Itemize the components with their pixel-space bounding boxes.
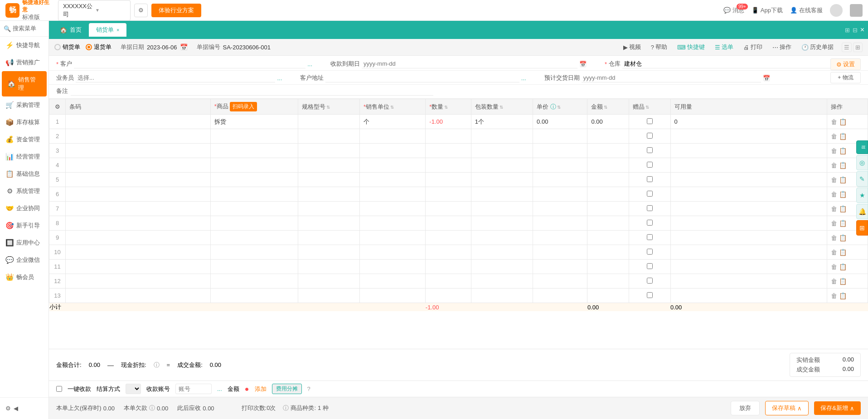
row-product[interactable] bbox=[210, 173, 298, 187]
row-gift[interactable] bbox=[629, 245, 670, 260]
company-selector[interactable]: XXXXXX公司 ▼ bbox=[58, 0, 131, 21]
calendar-icon[interactable]: 📅 bbox=[180, 43, 188, 51]
row-qty[interactable] bbox=[426, 129, 471, 144]
copy-row-icon[interactable]: 📋 bbox=[839, 292, 847, 299]
view-list-icon[interactable]: ☰ bbox=[842, 43, 852, 52]
tab-close-icon[interactable]: × bbox=[116, 27, 119, 33]
row-barcode[interactable] bbox=[66, 274, 211, 289]
total-owe-info-icon[interactable]: ⓘ bbox=[149, 404, 155, 412]
right-float-btn-grid[interactable]: ⊞ bbox=[856, 220, 868, 236]
delete-row-icon[interactable]: 🗑 bbox=[831, 263, 837, 270]
copy-row-icon[interactable]: 📋 bbox=[839, 191, 847, 198]
sidebar-item-business[interactable]: 📊 经营管理 bbox=[0, 148, 48, 165]
right-float-btn-circle[interactable]: ◎ bbox=[856, 155, 868, 170]
row-product[interactable] bbox=[210, 158, 298, 173]
payment-help-icon[interactable]: ? bbox=[307, 385, 310, 392]
row-spec[interactable] bbox=[298, 202, 359, 216]
row-spec[interactable] bbox=[298, 231, 359, 245]
row-qty[interactable] bbox=[426, 274, 471, 289]
row-qty[interactable] bbox=[426, 216, 471, 231]
row-spec[interactable] bbox=[298, 158, 359, 173]
row-price[interactable] bbox=[533, 260, 587, 274]
form-settings-btn[interactable]: ⚙ 设置 bbox=[830, 58, 861, 70]
row-qty[interactable] bbox=[426, 289, 471, 303]
right-float-btn-star[interactable]: ★ bbox=[856, 188, 868, 203]
row-qty[interactable] bbox=[426, 202, 471, 216]
right-float-btn-itl[interactable]: Itl bbox=[856, 140, 868, 154]
delete-row-icon[interactable]: 🗑 bbox=[831, 205, 837, 212]
shortcut-button[interactable]: ⌨ 快捷键 bbox=[674, 42, 708, 53]
row-gift[interactable] bbox=[629, 231, 670, 245]
expected-date-input[interactable] bbox=[582, 73, 761, 82]
copy-row-icon[interactable]: 📋 bbox=[839, 162, 847, 169]
row-qty[interactable] bbox=[426, 144, 471, 158]
row-product[interactable]: 拆货 bbox=[210, 115, 298, 129]
sidebar-item-collab[interactable]: 🤝 企业协同 bbox=[0, 200, 48, 217]
trial-button[interactable]: 体验行业方案 bbox=[151, 4, 201, 17]
customer-input[interactable] bbox=[74, 59, 305, 68]
save-draft-button[interactable]: 保存草稿 ∧ bbox=[765, 401, 809, 415]
row-price[interactable] bbox=[533, 144, 587, 158]
delete-row-icon[interactable]: 🗑 bbox=[831, 220, 837, 227]
addr-ellipsis[interactable]: ... bbox=[521, 75, 526, 82]
tab-sales[interactable]: 销货单 × bbox=[89, 23, 126, 37]
row-product[interactable] bbox=[210, 129, 298, 144]
row-gift[interactable] bbox=[629, 202, 670, 216]
app-download-button[interactable]: 📱 App下载 bbox=[752, 6, 783, 14]
online-service-button[interactable]: 👤 在线客服 bbox=[790, 6, 823, 14]
row-barcode[interactable] bbox=[66, 216, 211, 231]
copy-row-icon[interactable]: 📋 bbox=[839, 234, 847, 241]
row-spec[interactable] bbox=[298, 289, 359, 303]
sidebar-item-member[interactable]: 👑 畅会员 bbox=[0, 269, 48, 286]
copy-row-icon[interactable]: 📋 bbox=[839, 147, 847, 154]
row-price[interactable] bbox=[533, 202, 587, 216]
row-price[interactable]: 0.00 bbox=[533, 115, 587, 129]
row-gift[interactable] bbox=[629, 187, 670, 202]
delete-row-icon[interactable]: 🗑 bbox=[831, 118, 837, 125]
add-payment-btn[interactable]: 添加 bbox=[255, 385, 267, 393]
add-payment-icon[interactable]: ● bbox=[245, 385, 249, 393]
discard-button[interactable]: 放弃 bbox=[731, 401, 760, 415]
delete-row-icon[interactable]: 🗑 bbox=[831, 249, 837, 256]
row-qty[interactable] bbox=[426, 245, 471, 260]
row-price[interactable] bbox=[533, 274, 587, 289]
copy-row-icon[interactable]: 📋 bbox=[839, 176, 847, 183]
calc-method-select[interactable] bbox=[126, 384, 141, 394]
delete-row-icon[interactable]: 🗑 bbox=[831, 191, 837, 198]
row-barcode[interactable] bbox=[66, 129, 211, 144]
salesperson-ellipsis[interactable]: ... bbox=[277, 75, 282, 82]
row-spec[interactable] bbox=[298, 187, 359, 202]
warehouse-input[interactable] bbox=[622, 59, 854, 68]
sidebar-item-quick-nav[interactable]: ⚡ 快捷导航 bbox=[0, 37, 48, 54]
th-settings[interactable]: ⚙ bbox=[49, 99, 66, 115]
row-product[interactable] bbox=[210, 144, 298, 158]
copy-row-icon[interactable]: 📋 bbox=[839, 278, 847, 285]
delete-row-icon[interactable]: 🗑 bbox=[831, 162, 837, 169]
sidebar-item-base[interactable]: 📋 基础信息 bbox=[0, 165, 48, 183]
row-spec[interactable] bbox=[298, 144, 359, 158]
sidebar-item-system[interactable]: ⚙ 系统管理 bbox=[0, 183, 48, 200]
delete-row-icon[interactable]: 🗑 bbox=[831, 147, 837, 154]
row-product[interactable] bbox=[210, 187, 298, 202]
radio-return[interactable]: 退货单 bbox=[86, 43, 112, 51]
print-button[interactable]: 🖨 打印 bbox=[740, 42, 766, 53]
save-new-button[interactable]: 保存&新增 ∧ bbox=[814, 401, 861, 415]
row-qty[interactable] bbox=[426, 187, 471, 202]
row-barcode[interactable] bbox=[66, 289, 211, 303]
row-spec[interactable] bbox=[298, 274, 359, 289]
row-gift[interactable] bbox=[629, 216, 670, 231]
sidebar-item-purchase[interactable]: 🛒 采购管理 bbox=[0, 96, 48, 114]
row-product[interactable] bbox=[210, 231, 298, 245]
one-click-payment-checkbox[interactable] bbox=[56, 386, 62, 392]
operate-button[interactable]: ⋯ 操作 bbox=[769, 42, 795, 53]
sidebar-item-apps[interactable]: 🔲 应用中心 bbox=[0, 234, 48, 251]
salesperson-input[interactable] bbox=[76, 73, 275, 82]
tab-home[interactable]: 🏠 首页 bbox=[53, 23, 89, 37]
due-date-input[interactable] bbox=[362, 59, 577, 68]
row-qty[interactable] bbox=[426, 260, 471, 274]
customer-addr-input[interactable] bbox=[325, 73, 519, 82]
copy-row-icon[interactable]: 📋 bbox=[839, 263, 847, 270]
expand-icon[interactable]: ⊞ bbox=[845, 27, 850, 34]
row-gift[interactable] bbox=[629, 144, 670, 158]
row-barcode[interactable] bbox=[66, 202, 211, 216]
